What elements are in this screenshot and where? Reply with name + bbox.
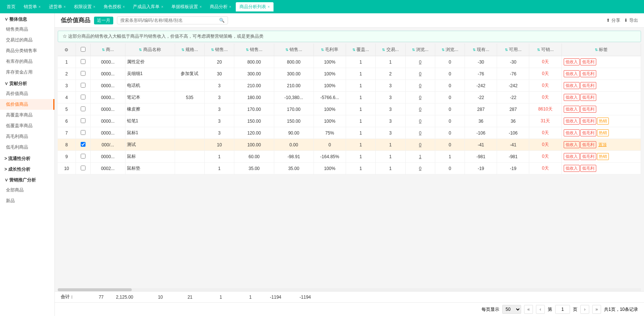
row-sales-qty: 1 xyxy=(205,163,234,174)
search-input[interactable] xyxy=(120,18,219,23)
scrollbar-thumb[interactable] xyxy=(58,288,132,291)
nav-close-icon[interactable]: × xyxy=(199,5,202,9)
page-input[interactable] xyxy=(555,305,570,314)
page-header: 低价值商品 近一月 🔍 ⬆ 分享 ⬇ 导出 xyxy=(55,13,644,28)
nav-item-3[interactable]: 权限设置× xyxy=(70,2,99,11)
sidebar-item-1-5[interactable]: 低毛利商品 xyxy=(0,142,54,153)
row-no: 10 xyxy=(58,163,76,174)
row-checkbox[interactable] xyxy=(76,103,90,115)
col-header-trade[interactable]: ⇅ 交易... xyxy=(376,44,405,56)
row-checkbox[interactable] xyxy=(76,56,90,68)
sidebar-item-1-1[interactable]: 低价值商品 xyxy=(0,99,54,110)
col-header-coverage[interactable]: ⇅ 覆盖... xyxy=(346,44,375,56)
row-checkbox[interactable] xyxy=(76,115,90,127)
col-header-settings[interactable]: ⚙ xyxy=(58,44,76,56)
sidebar-item-1-4[interactable]: 高毛利商品 xyxy=(0,131,54,142)
nav-close-icon[interactable]: × xyxy=(93,5,95,9)
sidebar-group-1[interactable]: ∨ 贡献分析 xyxy=(0,78,54,88)
sidebar-item-0-0[interactable]: 销售类商品 xyxy=(0,24,54,35)
nav-item-8[interactable]: 商品分析列表× xyxy=(236,2,274,11)
row-browse1[interactable]: 0 xyxy=(405,56,435,68)
sidebar-item-0-2[interactable]: 商品分类销售率 xyxy=(0,45,54,56)
nav-close-icon[interactable]: × xyxy=(123,5,125,9)
row-checkbox[interactable] xyxy=(76,68,90,80)
col-header-available[interactable]: ⇅ 可用... xyxy=(497,44,529,56)
sidebar-group-2[interactable]: > 流通性分析 xyxy=(0,153,54,163)
row-browse1[interactable]: 0 xyxy=(405,115,435,127)
sidebar-item-4-0[interactable]: 全部商品 xyxy=(0,185,54,196)
row-available: -981 xyxy=(497,151,529,163)
nav-item-1[interactable]: 销货单× xyxy=(20,2,44,11)
nav-close-icon[interactable]: × xyxy=(64,5,66,9)
nav-item-6[interactable]: 单据模板设置× xyxy=(168,2,205,11)
sidebar-item-1-2[interactable]: 高覆盖率商品 xyxy=(0,110,54,120)
sidebar-item-0-4[interactable]: 库存资金占用 xyxy=(0,67,54,78)
col-header-sales_profit[interactable]: ⇅ 销售... xyxy=(274,44,313,56)
share-button[interactable]: ⬆ 分享 xyxy=(606,17,620,24)
last-page-btn[interactable]: » xyxy=(592,305,601,314)
nav-item-4[interactable]: 角色授权× xyxy=(100,2,129,11)
top-nav: 首页销货单×进货单×权限设置×角色授权×产成品入库单×单据模板设置×商品分析×商… xyxy=(0,0,644,13)
col-header-code[interactable]: ⇅ 商... xyxy=(90,44,125,56)
sidebar-item-0-3[interactable]: 有库存的商品 xyxy=(0,56,54,67)
select-all-checkbox[interactable] xyxy=(81,47,85,52)
row-sales-profit: 0.00 xyxy=(274,139,313,151)
row-browse1[interactable]: 0 xyxy=(405,127,435,139)
filter-tag[interactable]: 近一月 xyxy=(94,17,113,24)
row-checkbox[interactable] xyxy=(76,139,90,151)
row-checkbox[interactable] xyxy=(76,163,90,174)
first-page-btn[interactable]: « xyxy=(524,305,533,314)
row-checkbox[interactable] xyxy=(76,80,90,92)
sidebar-item-4-1[interactable]: 新品 xyxy=(0,196,54,206)
row-sales-qty: 3 xyxy=(205,92,234,103)
col-header-sellable[interactable]: ⇅ 可销... xyxy=(529,44,561,56)
sidebar-item-0-1[interactable]: 交易过的商品 xyxy=(0,35,54,45)
col-header-name[interactable]: ⇅ 商品名称 xyxy=(125,44,175,56)
scrollbar-area[interactable] xyxy=(58,288,641,291)
row-sales-profit: 90.00 xyxy=(274,127,313,139)
nav-item-5[interactable]: 产成品入库单× xyxy=(129,2,167,11)
nav-close-icon[interactable]: × xyxy=(229,5,231,9)
nav-item-7[interactable]: 商品分析× xyxy=(206,2,235,11)
sidebar-group-0[interactable]: ∨ 整体信息 xyxy=(0,13,54,24)
row-spec xyxy=(175,115,204,127)
col-header-sales_qty[interactable]: ⇅ 销售... xyxy=(205,44,234,56)
col-header-browse2[interactable]: ⇅ 浏览... xyxy=(435,44,464,56)
row-sellable: 0天 xyxy=(529,139,561,151)
col-header-sales_amount[interactable]: ⇅ 销售... xyxy=(234,44,274,56)
page-size-select[interactable]: 50 100 xyxy=(502,305,521,314)
next-page-btn[interactable]: › xyxy=(580,305,589,314)
prev-page-btn[interactable]: ‹ xyxy=(536,305,545,314)
row-browse1[interactable]: 0 xyxy=(405,103,435,115)
sidebar-group-3[interactable]: > 成长性分析 xyxy=(0,163,54,174)
col-header-spec[interactable]: ⇅ 规格... xyxy=(175,44,204,56)
row-browse1[interactable]: 0 xyxy=(405,163,435,174)
row-checkbox[interactable] xyxy=(76,127,90,139)
export-button[interactable]: ⬇ 导出 xyxy=(624,17,638,24)
row-browse1[interactable]: 0 xyxy=(405,92,435,103)
row-sales-amount: 800.00 xyxy=(234,56,274,68)
nav-close-icon[interactable]: × xyxy=(38,5,41,9)
row-checkbox[interactable] xyxy=(76,151,90,163)
col-header-gross_margin[interactable]: ⇅ 毛利率 xyxy=(313,44,346,56)
sidebar-item-1-0[interactable]: 高价值商品 xyxy=(0,88,54,99)
table-row: 40000...笔记本5353180.00-10,380...-5766.6..… xyxy=(58,92,641,103)
row-sellable: 8610天 xyxy=(529,103,561,115)
nav-item-0[interactable]: 首页 xyxy=(3,2,19,11)
row-sales-profit: -10,380... xyxy=(274,92,313,103)
sidebar-item-1-3[interactable]: 低覆盖率商品 xyxy=(0,120,54,131)
row-browse1[interactable]: 0 xyxy=(405,80,435,92)
sidebar-group-4[interactable]: ∨ 营销推广分析 xyxy=(0,174,54,185)
row-browse1[interactable]: 0 xyxy=(405,139,435,151)
nav-item-2[interactable]: 进货单× xyxy=(45,2,70,11)
row-browse1[interactable]: 1 xyxy=(405,151,435,163)
col-header-current_stock[interactable]: ⇅ 现有... xyxy=(465,44,497,56)
col-header-tags[interactable]: ⇅ 标签 xyxy=(561,44,641,56)
row-browse1[interactable]: 0 xyxy=(405,68,435,80)
table-area[interactable]: ⚙⇅ 商...⇅ 商品名称⇅ 规格...⇅ 销售...⇅ 销售...⇅ 销售..… xyxy=(55,44,644,288)
nav-close-icon[interactable]: × xyxy=(268,5,270,9)
col-header-browse1[interactable]: ⇅ 浏览... xyxy=(405,44,435,56)
row-checkbox[interactable] xyxy=(76,92,90,103)
col-header-checkbox[interactable] xyxy=(76,44,90,56)
nav-close-icon[interactable]: × xyxy=(161,5,163,9)
